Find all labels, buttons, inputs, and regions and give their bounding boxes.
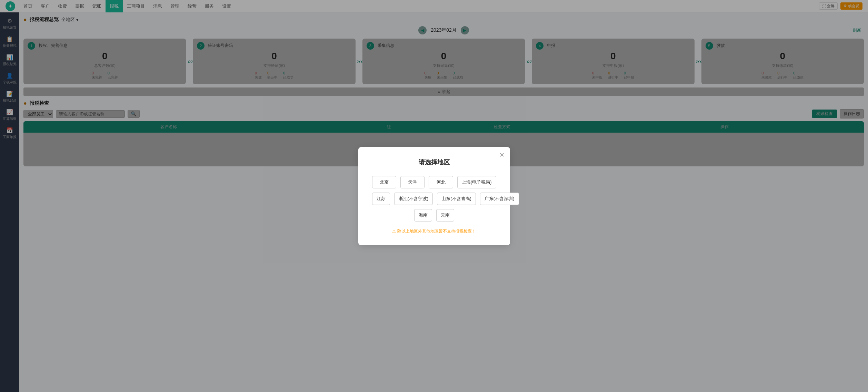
modal-title: 请选择地区 [372,158,496,166]
region-grid-row2: 江苏浙江(不含宁波)山东(不含青岛)广东(不含深圳) [372,193,496,205]
region-button-beijing[interactable]: 北京 [372,176,396,188]
region-button-shandong[interactable]: 山东(不含青岛) [437,193,476,205]
region-grid-row1: 北京天津河北上海(电子税局) [372,176,496,188]
region-button-hebei[interactable]: 河北 [429,176,453,188]
modal-warning: ⚠ 除以上地区外其他地区暂不支持报税检查！ [372,228,496,234]
warning-icon: ⚠ [392,229,396,234]
modal-overlay: ✕ 请选择地区 北京天津河北上海(电子税局) 江苏浙江(不含宁波)山东(不含青岛… [0,0,868,392]
region-button-jiangsu[interactable]: 江苏 [372,193,390,205]
warning-text: 除以上地区外其他地区暂不支持报税检查！ [397,228,476,234]
region-button-hainan[interactable]: 海南 [414,209,432,221]
region-button-shanghai[interactable]: 上海(电子税局) [457,176,496,188]
region-button-guangdong[interactable]: 广东(不含深圳) [480,193,519,205]
modal-close-button[interactable]: ✕ [499,151,505,159]
region-select-modal: ✕ 请选择地区 北京天津河北上海(电子税局) 江苏浙江(不含宁波)山东(不含青岛… [358,147,510,245]
region-button-zhejiang[interactable]: 浙江(不含宁波) [394,193,433,205]
region-button-tianjin[interactable]: 天津 [400,176,425,188]
region-button-yunnan[interactable]: 云南 [436,209,454,221]
region-grid-row3: 海南云南 [372,209,496,221]
